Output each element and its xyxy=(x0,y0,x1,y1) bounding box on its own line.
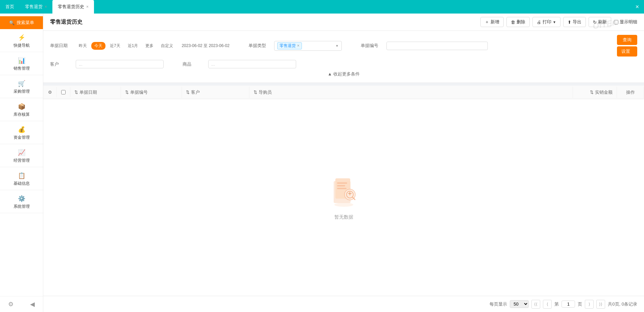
tab-retail-return-history[interactable]: 零售退货历史 × xyxy=(52,0,94,14)
date-filter-label: 单据日期 xyxy=(50,43,70,49)
goods-filter-input[interactable]: ... xyxy=(208,60,296,68)
page-prev-button[interactable]: ⟨ xyxy=(543,300,552,309)
type-tag: 零售退货 × xyxy=(277,42,302,49)
type-filter-select[interactable]: 零售退货 × ▼ xyxy=(274,41,342,51)
customer-placeholder: ... xyxy=(79,62,82,67)
sidebar-item-sales[interactable]: 📊 销售管理 xyxy=(0,52,43,75)
number-filter-input[interactable] xyxy=(386,42,488,50)
page-unit: 页 xyxy=(578,301,582,307)
filter-row-1: 单据日期 昨天 今天 近7天 近1月 更多 自定义 2023-06-02 至 2… xyxy=(50,35,637,57)
basicinfo-icon: 📋 xyxy=(18,172,25,179)
collapse-sidebar-icon[interactable]: ◀ xyxy=(30,300,35,308)
system-icon: ⚙️ xyxy=(18,195,25,202)
date-more-btn[interactable]: 更多 xyxy=(142,42,157,50)
sidebar-item-basicinfo[interactable]: 📋 基础信息 xyxy=(0,167,43,190)
sidebar-bottom: ⚙ ◀ xyxy=(0,296,43,312)
sales-icon: 📊 xyxy=(18,57,25,64)
settings-bottom-icon[interactable]: ⚙ xyxy=(8,300,14,308)
table-col-action: 操作 xyxy=(617,87,644,98)
tab-retail-return-history-close[interactable]: × xyxy=(86,4,89,9)
sidebar-item-purchase-label: 采购管理 xyxy=(14,89,30,94)
type-filter-label: 单据类型 xyxy=(248,43,269,49)
empty-state-icon xyxy=(327,175,361,209)
query-button[interactable]: 查询 xyxy=(617,35,637,45)
sidebar-item-system[interactable]: ⚙️ 系统管理 xyxy=(0,190,43,213)
customer-filter-input[interactable]: ... xyxy=(76,60,164,68)
refresh-button[interactable]: ↻ 刷新 xyxy=(589,17,611,27)
sidebar-item-system-label: 系统管理 xyxy=(14,204,30,209)
type-tag-remove[interactable]: × xyxy=(297,43,300,48)
table-settings-col[interactable]: ⚙ xyxy=(43,87,57,97)
type-tag-label: 零售退货 xyxy=(280,43,296,49)
page-title: 零售退货历史 xyxy=(50,19,82,26)
number-filter-label: 单据编号 xyxy=(361,43,381,49)
delete-button[interactable]: 🗑 删除 xyxy=(506,17,530,27)
page-label: 第 xyxy=(554,301,559,307)
delete-label: 删除 xyxy=(517,19,525,25)
sidebar-item-inventory[interactable]: 📦 库存核算 xyxy=(0,98,43,121)
date-range-display: 2023-06-02 至 2023-06-02 xyxy=(182,43,229,49)
collapse-button[interactable]: ▲ 收起更多条件 xyxy=(324,70,363,79)
sidebar-item-finance[interactable]: 💰 资金管理 xyxy=(0,121,43,144)
refresh-label: 刷新 xyxy=(598,19,607,25)
show-detail-checkbox[interactable]: 显示明细 xyxy=(614,19,637,25)
col-amount-sort-icon[interactable]: ⇅ xyxy=(590,90,594,95)
page-last-button[interactable]: ⟩⟩ xyxy=(596,300,605,309)
date-custom-btn[interactable]: 自定义 xyxy=(158,42,176,50)
empty-state: 暂无数据 xyxy=(43,99,644,296)
print-button[interactable]: 🖨 打印 ▼ xyxy=(532,17,560,27)
add-button[interactable]: ＋ 新增 xyxy=(480,17,504,27)
per-page-select[interactable]: 10 20 50 100 xyxy=(510,300,529,308)
col-number-label: 单据编号 xyxy=(130,89,148,95)
sidebar-item-operations[interactable]: 📈 经营管理 xyxy=(0,144,43,167)
pagination: 每页显示 10 20 50 100 ⟨⟨ ⟨ 第 1 页 ⟩ ⟩⟩ 共0页, 0… xyxy=(43,296,644,312)
tab-retail-return-close[interactable]: × xyxy=(45,4,47,9)
tab-home-label: 首页 xyxy=(5,4,14,10)
date-today-btn[interactable]: 今天 xyxy=(91,42,105,50)
sidebar-search[interactable]: 🔍 搜索菜单 xyxy=(0,16,43,29)
select-all-checkbox[interactable] xyxy=(61,90,66,94)
date-yesterday-btn[interactable]: 昨天 xyxy=(76,42,90,50)
tab-retail-return[interactable]: 零售退货 × xyxy=(20,0,52,14)
date-options: 昨天 今天 近7天 近1月 更多 自定义 xyxy=(76,42,176,50)
col-number-sort-icon[interactable]: ⇅ xyxy=(125,90,129,95)
type-select-arrow-icon: ▼ xyxy=(335,44,339,48)
finance-icon: 💰 xyxy=(18,126,25,133)
page-number-input[interactable]: 1 xyxy=(562,300,575,308)
total-label: 共0页, 0条记录 xyxy=(608,301,637,307)
page-next-button[interactable]: ⟩ xyxy=(585,300,594,309)
col-guide-label: 导购员 xyxy=(259,89,272,95)
sidebar-item-inventory-label: 库存核算 xyxy=(14,112,30,117)
setting-button[interactable]: 设置 xyxy=(617,46,637,57)
customer-filter-label: 客户 xyxy=(50,61,70,67)
export-icon: ⬆ xyxy=(568,20,571,25)
table-settings-icon[interactable]: ⚙ xyxy=(48,90,52,95)
tab-home[interactable]: 首页 xyxy=(0,0,20,14)
goods-placeholder: ... xyxy=(211,62,215,67)
col-guide-sort-icon[interactable]: ⇅ xyxy=(254,90,257,95)
svg-rect-3 xyxy=(337,182,347,184)
add-label: 新增 xyxy=(491,19,499,25)
date-1month-btn[interactable]: 近1月 xyxy=(125,42,141,50)
svg-rect-5 xyxy=(337,188,347,189)
show-detail-input[interactable] xyxy=(614,20,618,24)
table-area: ⚙ ⇅ 单据日期 ⇅ 单据编号 ⇅ 客户 ⇅ xyxy=(43,86,644,296)
sidebar-item-quicknav[interactable]: ⚡ 快捷导航 xyxy=(0,29,43,52)
export-button[interactable]: ⬆ 导出 xyxy=(563,17,586,27)
sidebar: 🔍 搜索菜单 ⚡ 快捷导航 📊 销售管理 🛒 采购管理 📦 库存核算 💰 资金管… xyxy=(0,14,43,312)
page-first-button[interactable]: ⟨⟨ xyxy=(531,300,540,309)
svg-rect-4 xyxy=(337,185,345,186)
col-date-sort-icon[interactable]: ⇅ xyxy=(74,90,78,95)
col-customer-sort-icon[interactable]: ⇅ xyxy=(186,90,190,95)
add-icon: ＋ xyxy=(485,19,489,25)
show-detail-label: 显示明细 xyxy=(620,19,637,25)
sidebar-item-purchase[interactable]: 🛒 采购管理 xyxy=(0,75,43,98)
table-col-date: ⇅ 单据日期 xyxy=(70,87,121,98)
table-header: ⚙ ⇅ 单据日期 ⇅ 单据编号 ⇅ 客户 ⇅ xyxy=(43,86,644,99)
per-page-label: 每页显示 xyxy=(490,301,507,307)
col-customer-label: 客户 xyxy=(191,89,200,95)
inventory-icon: 📦 xyxy=(18,103,25,110)
window-close-button[interactable]: × xyxy=(630,0,644,14)
date-7days-btn[interactable]: 近7天 xyxy=(107,42,123,50)
svg-point-0 xyxy=(334,203,353,207)
